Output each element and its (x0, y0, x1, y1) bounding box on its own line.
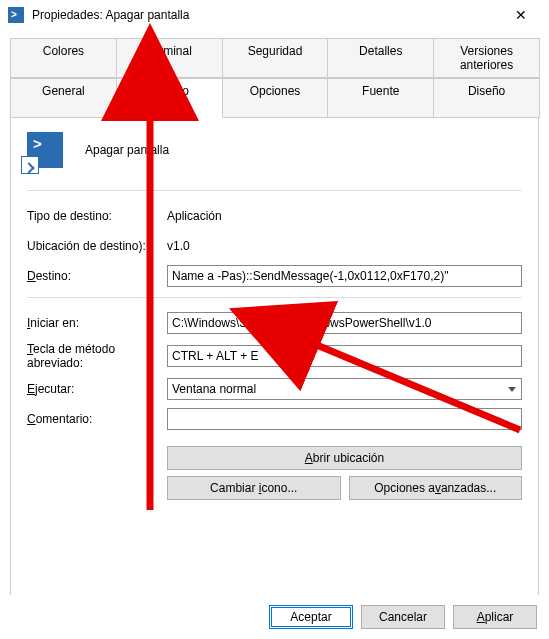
button-aceptar[interactable]: Aceptar (269, 605, 353, 629)
label-ubicacion: Ubicación de destino): (27, 239, 167, 253)
select-ejecutar[interactable]: Ventana normal (167, 378, 522, 400)
tab-seguridad[interactable]: Seguridad (222, 38, 329, 78)
window-title: Propiedades: Apagar pantalla (32, 8, 501, 22)
tab-opciones[interactable]: Opciones (222, 78, 329, 118)
button-opciones-avanzadas[interactable]: Opciones avanzadas... (349, 476, 523, 500)
button-abrir-ubicacion[interactable]: Abrir ubicación (167, 446, 522, 470)
tab-diseno[interactable]: Diseño (433, 78, 540, 118)
button-cambiar-icono[interactable]: Cambiar icono... (167, 476, 341, 500)
shortcut-header: Apagar pantalla (27, 132, 522, 168)
input-iniciar-en[interactable] (167, 312, 522, 334)
tab-colores[interactable]: Colores (10, 38, 117, 78)
input-tecla-abreviado[interactable] (167, 345, 522, 367)
label-tecla: Tecla de método abreviado: (27, 342, 167, 370)
powershell-icon: > (8, 7, 24, 23)
dialog-footer: Aceptar Cancelar Aplicar (0, 595, 549, 639)
close-icon[interactable]: ✕ (501, 7, 541, 23)
separator (27, 190, 522, 191)
tab-terminal[interactable]: Terminal (116, 38, 223, 78)
shortcut-name: Apagar pantalla (85, 143, 169, 157)
titlebar: > Propiedades: Apagar pantalla ✕ (0, 0, 549, 30)
value-ubicacion: v1.0 (167, 239, 522, 253)
label-ejecutar: Ejecutar: (27, 382, 167, 396)
label-tipo-destino: Tipo de destino: (27, 209, 167, 223)
tab-fuente[interactable]: Fuente (327, 78, 434, 118)
tab-panel-acceso-directo: Apagar pantalla Tipo de destino: Aplicac… (10, 117, 539, 615)
button-cancelar[interactable]: Cancelar (361, 605, 445, 629)
tab-general[interactable]: General (10, 78, 117, 118)
tab-acceso-directo[interactable]: Acceso directo (116, 78, 223, 118)
button-aplicar[interactable]: Aplicar (453, 605, 537, 629)
value-tipo-destino: Aplicación (167, 209, 522, 223)
svg-text:>: > (11, 9, 17, 20)
shortcut-icon (27, 132, 63, 168)
separator (27, 297, 522, 298)
label-destino: Destino: (27, 269, 167, 283)
input-comentario[interactable] (167, 408, 522, 430)
label-iniciar: Iniciar en: (27, 316, 167, 330)
label-comentario: Comentario: (27, 412, 167, 426)
input-destino[interactable] (167, 265, 522, 287)
tab-versiones[interactable]: Versiones anteriores (433, 38, 540, 78)
tabs: Colores Terminal Seguridad Detalles Vers… (0, 30, 549, 118)
tab-detalles[interactable]: Detalles (327, 38, 434, 78)
